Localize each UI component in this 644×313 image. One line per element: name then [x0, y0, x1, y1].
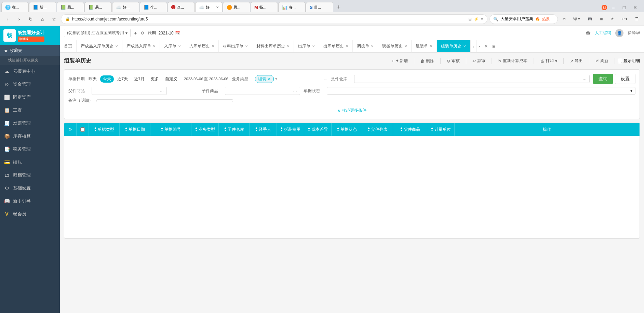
- sidebar-item-invoice[interactable]: 🧾 发票管理: [0, 117, 60, 130]
- tab-material-out-close[interactable]: ✕: [245, 44, 248, 48]
- th-settings[interactable]: ⚙: [64, 123, 77, 136]
- lightning-icon[interactable]: ⚡: [474, 17, 479, 22]
- minimize-button[interactable]: –: [608, 3, 618, 12]
- tab-material-out-history[interactable]: 材料出库单历史 ✕: [252, 40, 294, 53]
- sidebar-item-salary[interactable]: 📋 工资: [0, 104, 60, 117]
- child-goods-input[interactable]: ···: [225, 87, 300, 95]
- tab-produce-in-close[interactable]: ✕: [153, 44, 156, 48]
- th-handler[interactable]: ▲▼ 经手人: [250, 123, 277, 136]
- tab-kit[interactable]: 组装单 ✕: [412, 40, 437, 53]
- browser-tab-8[interactable]: ☁️ 好... ✕: [195, 2, 223, 12]
- browser-tab-12[interactable]: S 目...: [306, 2, 333, 12]
- th-unit[interactable]: ▲▼ 计量单位: [427, 123, 455, 136]
- query-button[interactable]: 查询: [593, 74, 613, 84]
- sidebar-item-capital[interactable]: ⊙ 资金管理: [0, 78, 60, 91]
- menu-icon[interactable]: ☰: [632, 16, 641, 22]
- tab-in-history-close[interactable]: ✕: [212, 44, 214, 48]
- browser-tab-1[interactable]: 🌐 在...: [1, 2, 29, 12]
- th-parent-goods[interactable]: ▲▼ 父件商品: [393, 123, 427, 136]
- sidebar-item-tax[interactable]: 📑 税务管理: [0, 143, 60, 156]
- sidebar-item-inventory[interactable]: 📦 库存核算: [0, 130, 60, 143]
- user-name[interactable]: 徐泽华: [628, 30, 640, 36]
- tab-close-current[interactable]: ✕: [482, 40, 490, 53]
- th-diff[interactable]: ▲▼ 成本差异: [304, 123, 332, 136]
- delete-button[interactable]: 🗑 删除: [417, 57, 438, 65]
- browser-tab-11[interactable]: 📊 各...: [278, 2, 306, 12]
- sidebar-item-settings[interactable]: ⚙ 基础设置: [0, 182, 60, 195]
- tab-produce-in[interactable]: 产成品入库单 ✕: [122, 40, 160, 53]
- tab-assembly-close[interactable]: ✕: [371, 44, 374, 48]
- browser-tab-7[interactable]: 🅒 企...: [167, 2, 195, 12]
- parent-wh-dots[interactable]: ···: [582, 76, 587, 82]
- date-btn-7d[interactable]: 近7天: [115, 75, 131, 83]
- tab-out-order[interactable]: 出库单 ✕: [294, 40, 319, 53]
- tab-assembly-history[interactable]: 调拨单历史 ✕: [378, 40, 412, 53]
- refresh-button[interactable]: ↺ 刷新: [592, 57, 612, 65]
- th-cost[interactable]: ▲▼ 拆装费用: [277, 123, 304, 136]
- cut-icon[interactable]: ✂: [560, 16, 568, 22]
- audit-button[interactable]: ⊙ 审核: [443, 57, 463, 65]
- abandon-button[interactable]: ↩ 弃审: [469, 57, 489, 65]
- tab-out-history[interactable]: 出库单历史 ✕: [319, 40, 353, 53]
- parent-goods-input[interactable]: ···: [92, 87, 167, 95]
- date-btn-1m[interactable]: 近1月: [131, 75, 147, 83]
- show-detail-toggle[interactable]: 显示明细: [618, 58, 640, 64]
- th-type[interactable]: ▲▼ 单据类型: [89, 123, 120, 136]
- settings-button[interactable]: 设置: [615, 74, 635, 84]
- export-button[interactable]: ↗ 导出: [566, 57, 586, 65]
- tab-in-history[interactable]: 入库单历史 ✕: [185, 40, 219, 53]
- tab-produce-in-history[interactable]: 产成品入库单历史 ✕: [77, 40, 122, 53]
- th-parent-list[interactable]: ▲▼ 父件列表: [362, 123, 393, 136]
- add-company-icon[interactable]: +: [134, 30, 137, 36]
- maximize-button[interactable]: □: [619, 3, 629, 12]
- close-button[interactable]: ✕: [630, 3, 640, 12]
- qr-icon[interactable]: ⊞: [468, 17, 472, 22]
- service-label[interactable]: 人工咨询: [595, 30, 611, 36]
- tab-material-out[interactable]: 材料出库单 ✕: [219, 40, 252, 53]
- settings-gear-icon[interactable]: ⚙: [140, 31, 144, 35]
- tab-out-order-close[interactable]: ✕: [312, 44, 315, 48]
- child-goods-dots[interactable]: ···: [293, 88, 297, 94]
- tab-material-out-history-close[interactable]: ✕: [287, 44, 290, 48]
- th-checkbox[interactable]: [77, 123, 89, 136]
- tab-out-history-close[interactable]: ✕: [346, 44, 348, 48]
- browser-tab-5[interactable]: ☁️ 好...: [112, 2, 139, 12]
- sun-icon[interactable]: ☀: [608, 16, 617, 22]
- select-all-checkbox[interactable]: [80, 127, 85, 132]
- sidebar-item-archive[interactable]: 🗂 归档管理: [0, 169, 60, 182]
- parent-goods-dots[interactable]: ···: [160, 88, 164, 94]
- browser-tab-10[interactable]: M 畅...: [251, 2, 278, 12]
- tab-home[interactable]: 首页: [60, 40, 77, 53]
- th-biz[interactable]: ▲▼ 业务类型: [191, 123, 219, 136]
- th-status[interactable]: ▲▼ 单据状态: [332, 123, 362, 136]
- tab-8-close[interactable]: ✕: [216, 5, 219, 9]
- game-icon[interactable]: 🎮: [585, 16, 595, 22]
- browser-tab-4[interactable]: 📗 易...: [84, 2, 112, 12]
- show-detail-checkbox[interactable]: [618, 59, 622, 63]
- new-tab-button[interactable]: +: [334, 2, 344, 12]
- bookmark-button[interactable]: ☆: [49, 14, 59, 24]
- sidebar-item-settle[interactable]: 💳 结账: [0, 156, 60, 169]
- sidebar-item-fixed-asset[interactable]: ⬜ 固定资产: [0, 91, 60, 104]
- undo-icon[interactable]: ↩ ▾: [619, 16, 630, 22]
- tab-more-options[interactable]: ⊞: [490, 40, 498, 53]
- collapse-button[interactable]: ∧ 收起更多条件: [68, 106, 635, 115]
- grid-icon[interactable]: ⊞: [597, 16, 606, 22]
- sidebar-item-cloud-report[interactable]: ☁ 云报表中心: [0, 65, 60, 78]
- sidebar-item-member[interactable]: V 畅会员: [0, 208, 60, 220]
- tab-produce-in-history-close[interactable]: ✕: [115, 44, 118, 48]
- th-date[interactable]: ▲▼ 单据日期: [120, 123, 150, 136]
- th-num[interactable]: ▲▼ 单据编号: [150, 123, 191, 136]
- sidebar-favorites[interactable]: ★ 收藏夹: [0, 45, 60, 56]
- translate-icon[interactable]: 译 ▾: [571, 16, 583, 22]
- reload-button[interactable]: ↻: [26, 14, 36, 24]
- parent-wh-input[interactable]: ···: [354, 75, 590, 83]
- browser-tab-9[interactable]: 🟠 腾...: [223, 2, 250, 12]
- date-btn-yesterday[interactable]: 昨天: [86, 75, 99, 83]
- tab-in-order[interactable]: 入库单 ✕: [160, 40, 185, 53]
- browser-tab-2[interactable]: 📘 新...: [29, 2, 56, 12]
- tab-assembly-history-close[interactable]: ✕: [404, 44, 407, 48]
- th-wh[interactable]: ▲▼ 子件仓库: [219, 123, 250, 136]
- tab-nav-prev[interactable]: ‹: [470, 40, 476, 53]
- tab-kit-history-close[interactable]: ✕: [463, 44, 466, 48]
